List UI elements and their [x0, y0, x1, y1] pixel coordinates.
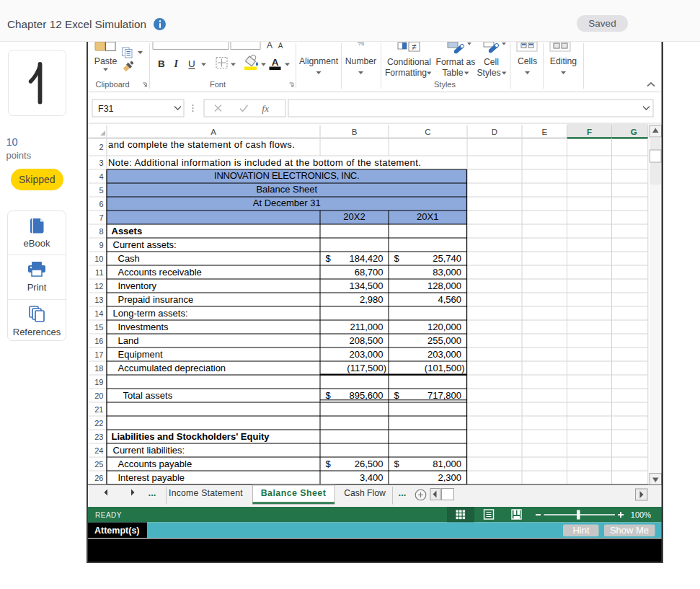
svg-text:23: 23: [94, 433, 103, 441]
svg-text:Current liabilities:: Current liabilities:: [113, 445, 185, 456]
svg-text:U: U: [188, 58, 195, 69]
svg-text:83,000: 83,000: [433, 267, 461, 278]
svg-text:255,000: 255,000: [427, 335, 461, 346]
svg-text:...: ...: [149, 487, 156, 498]
svg-text:At December 31: At December 31: [253, 198, 321, 208]
svg-text:A: A: [272, 57, 279, 68]
svg-text:16: 16: [94, 337, 103, 345]
svg-text:Alignment: Alignment: [299, 56, 339, 66]
svg-text:128,000: 128,000: [427, 280, 461, 291]
svg-text:Current assets:: Current assets:: [113, 239, 177, 250]
svg-text:22: 22: [94, 419, 103, 428]
svg-text:Cells: Cells: [518, 56, 537, 66]
svg-text:Long-term assets:: Long-term assets:: [113, 308, 188, 319]
svg-text:Equipment: Equipment: [118, 349, 164, 360]
svg-text:Styles: Styles: [434, 80, 456, 89]
svg-text:15: 15: [94, 323, 103, 332]
svg-text:203,000: 203,000: [350, 349, 384, 360]
svg-text:C: C: [425, 128, 430, 136]
svg-text:Liabilities and Stockholders': Liabilities and Stockholders' Equity: [112, 431, 270, 442]
svg-text:4: 4: [99, 172, 103, 181]
svg-text:B: B: [352, 128, 358, 136]
svg-text:25,740: 25,740: [433, 253, 461, 264]
svg-text:Paste: Paste: [94, 56, 118, 66]
svg-text:Editing: Editing: [550, 56, 577, 66]
svg-text:Balance Sheet: Balance Sheet: [256, 184, 317, 195]
svg-text:fx: fx: [262, 103, 269, 114]
svg-text:A: A: [278, 42, 283, 50]
svg-text:Show Me: Show Me: [610, 525, 649, 536]
svg-text:Cell: Cell: [484, 57, 499, 67]
svg-text:11: 11: [95, 268, 103, 277]
svg-text:Interest payable: Interest payable: [118, 472, 185, 483]
svg-text:81,000: 81,000: [433, 459, 461, 469]
svg-text:Accounts receivable: Accounts receivable: [118, 267, 202, 278]
svg-text:Assets: Assets: [112, 226, 143, 236]
svg-text:26,500: 26,500: [355, 459, 384, 469]
svg-text:INNOVATION ELECTRONICS, INC.: INNOVATION ELECTRONICS, INC.: [214, 170, 359, 181]
svg-text:F31: F31: [98, 104, 114, 114]
svg-text:20X2: 20X2: [343, 211, 365, 222]
svg-text:Note: Additional information i: Note: Additional information is included…: [108, 157, 421, 168]
svg-text:Number: Number: [345, 56, 376, 66]
svg-text:25: 25: [94, 460, 103, 469]
svg-text:3,400: 3,400: [360, 472, 384, 483]
svg-text:...: ...: [399, 487, 407, 498]
svg-text:14: 14: [94, 309, 103, 318]
svg-text:$: $: [394, 459, 400, 469]
svg-text:READY: READY: [95, 511, 122, 519]
svg-text:17: 17: [94, 350, 103, 359]
svg-text:10: 10: [94, 254, 103, 263]
svg-text:$: $: [326, 390, 332, 401]
svg-text:7: 7: [99, 213, 103, 222]
svg-text:A: A: [267, 42, 273, 50]
svg-text:Prepaid insurance: Prepaid insurance: [118, 294, 194, 305]
svg-text:F: F: [587, 128, 592, 136]
svg-text:Investments: Investments: [118, 322, 169, 332]
svg-text:D: D: [492, 128, 497, 136]
svg-text:Income Statement: Income Statement: [169, 488, 243, 498]
svg-text:$: $: [326, 253, 332, 264]
svg-text:12: 12: [94, 282, 103, 291]
svg-text:100%: 100%: [631, 510, 651, 519]
svg-text:20: 20: [94, 391, 103, 400]
svg-text:≠: ≠: [412, 42, 417, 52]
svg-text:6: 6: [99, 200, 103, 208]
svg-text:and complete the statement of: and complete the statement of cash flows…: [108, 139, 295, 150]
svg-text:$: $: [394, 390, 400, 401]
svg-text:26: 26: [94, 474, 103, 482]
svg-text:Hint: Hint: [572, 525, 590, 536]
svg-text:9: 9: [99, 241, 103, 249]
svg-text:24: 24: [94, 446, 103, 455]
svg-text:Accounts payable: Accounts payable: [118, 459, 192, 469]
svg-text:208,500: 208,500: [350, 335, 384, 346]
svg-text:2,980: 2,980: [360, 294, 384, 305]
svg-text:Format as: Format as: [436, 57, 476, 67]
svg-text:Accumulated depreciation: Accumulated depreciation: [118, 363, 226, 373]
svg-text:E: E: [541, 128, 547, 136]
svg-text:2: 2: [99, 143, 103, 151]
svg-text:Attempt(s): Attempt(s): [94, 526, 140, 536]
svg-text:Font: Font: [210, 80, 226, 89]
svg-text:211,000: 211,000: [350, 322, 383, 332]
svg-text:Cash: Cash: [118, 253, 140, 264]
svg-text:Conditional: Conditional: [387, 57, 431, 67]
svg-text:717,800: 717,800: [427, 390, 461, 401]
svg-text:68,700: 68,700: [355, 267, 384, 278]
svg-text:21: 21: [94, 405, 103, 414]
svg-text:134,500: 134,500: [350, 280, 384, 291]
svg-text:Inventory: Inventory: [118, 280, 157, 291]
svg-text:13: 13: [94, 296, 103, 304]
svg-text:19: 19: [94, 378, 103, 386]
svg-text:4,560: 4,560: [438, 294, 461, 305]
svg-text:Land: Land: [118, 335, 139, 346]
svg-text:(101,500): (101,500): [425, 363, 465, 373]
svg-text:Clipboard: Clipboard: [95, 80, 129, 89]
svg-text:20X1: 20X1: [417, 211, 438, 222]
svg-text:184,420: 184,420: [350, 253, 384, 264]
svg-text:3: 3: [99, 159, 103, 167]
svg-text:8: 8: [99, 227, 103, 236]
svg-text:Table: Table: [442, 68, 463, 78]
svg-text:A: A: [211, 128, 216, 136]
svg-text:$: $: [326, 459, 332, 469]
